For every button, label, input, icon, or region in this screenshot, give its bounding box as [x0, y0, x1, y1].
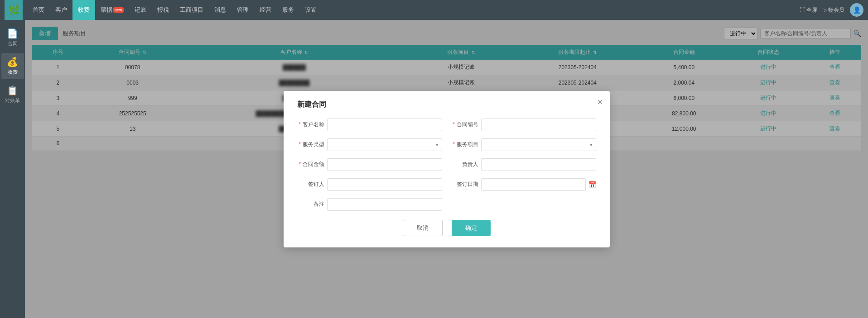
statement-icon: 📋	[7, 85, 18, 96]
member-button[interactable]: ▷ 畅会员	[823, 6, 844, 14]
avatar[interactable]: 👤	[850, 3, 863, 17]
person-input[interactable]	[481, 158, 596, 171]
nav-item-manage[interactable]: 管理	[231, 0, 254, 20]
charge-icon: 💰	[7, 57, 18, 67]
top-nav: 🌿 首页 客户 收费 票据 new 记账 报税 工商项目 消息 管理 经营 服务…	[0, 0, 868, 20]
form-row-3: * 合同金额 0.00 负责人	[297, 158, 596, 171]
contract-icon: 📄	[7, 28, 18, 39]
nav-item-charge[interactable]: 收费	[72, 0, 95, 20]
modal-close-button[interactable]: ✕	[597, 98, 603, 106]
sign-date-input[interactable]: 2023-06-06	[481, 178, 586, 191]
form-group-contract-no: * 合同编号	[451, 119, 596, 131]
signer-input[interactable]	[327, 178, 442, 191]
nav-item-settings[interactable]: 设置	[299, 0, 322, 20]
sidebar-item-charge[interactable]: 💰 收费	[1, 53, 24, 79]
sidebar-item-statement[interactable]: 📋 对账单	[1, 81, 24, 108]
service-type-select-wrapper	[327, 138, 442, 151]
top-nav-right: ⛶ 全屏 ▷ 畅会员 👤	[800, 3, 863, 17]
logo-icon: 🌿	[8, 5, 19, 15]
sidebar-item-contract[interactable]: 📄 合同	[1, 24, 24, 51]
nav-item-message[interactable]: 消息	[209, 0, 231, 20]
modal-overlay: ✕ 新建合同 * 客户名称 * 合同编号	[25, 20, 868, 318]
form-group-notes: 备注	[297, 198, 442, 211]
person-label: 负责人	[451, 161, 478, 168]
new-badge: new	[113, 7, 124, 13]
service-type-select[interactable]	[327, 138, 442, 151]
nav-item-customer[interactable]: 客户	[50, 0, 72, 20]
form-row-1: * 客户名称 * 合同编号	[297, 119, 596, 131]
logo: 🌿	[5, 0, 23, 20]
amount-input[interactable]: 0.00	[327, 158, 442, 171]
nav-item-operation[interactable]: 经营	[254, 0, 277, 20]
cancel-button[interactable]: 取消	[403, 220, 443, 236]
service-item-select[interactable]	[481, 138, 596, 151]
nav-item-invoice[interactable]: 票据 new	[95, 0, 129, 20]
nav-item-service[interactable]: 服务	[277, 0, 299, 20]
sidebar-charge-label: 收费	[8, 69, 18, 76]
sign-date-label: 签订日期	[451, 180, 478, 188]
form-group-person: 负责人	[451, 158, 596, 171]
nav-item-tax[interactable]: 报税	[152, 0, 174, 20]
play-icon: ▷	[823, 7, 827, 13]
form-group-service-type: * 服务类型	[297, 138, 442, 151]
form-group-signer: 签订人	[297, 178, 442, 191]
fullscreen-button[interactable]: ⛶ 全屏	[800, 6, 817, 14]
sidebar-contract-label: 合同	[8, 40, 18, 47]
member-label: 畅会员	[828, 6, 844, 14]
form-group-customer: * 客户名称	[297, 119, 442, 131]
fullscreen-icon: ⛶	[800, 7, 805, 13]
form-row-5: 备注	[297, 198, 596, 211]
main-content: 新增 服务项目 进行中 已完成 已终止 🔍 序号 合同编号 ⇅ 客户名称 ⇅ 服…	[25, 20, 868, 318]
notes-label: 备注	[297, 200, 324, 208]
service-item-label: * 服务项目	[451, 141, 478, 148]
form-row-2: * 服务类型 * 服务项目	[297, 138, 596, 151]
nav-item-home[interactable]: 首页	[27, 0, 50, 20]
form-group-empty	[451, 198, 596, 211]
sidebar-statement-label: 对账单	[5, 97, 20, 104]
notes-input[interactable]	[327, 198, 442, 211]
modal-footer: 取消 确定	[297, 220, 596, 236]
form-group-amount: * 合同金额 0.00	[297, 158, 442, 171]
calendar-icon[interactable]: 📅	[588, 181, 596, 188]
service-item-select-wrapper	[481, 138, 596, 151]
contract-no-label: * 合同编号	[451, 121, 478, 128]
layout: 📄 合同 💰 收费 📋 对账单 新增 服务项目 进行中 已完成 已终止 🔍	[0, 20, 868, 318]
sidebar: 📄 合同 💰 收费 📋 对账单	[0, 20, 25, 318]
form-group-service-item: * 服务项目	[451, 138, 596, 151]
customer-name-input[interactable]	[327, 119, 442, 131]
modal-title: 新建合同	[297, 100, 596, 109]
form-group-sign-date: 签订日期 2023-06-06 📅	[451, 178, 596, 191]
service-type-label: * 服务类型	[297, 141, 324, 148]
confirm-button[interactable]: 确定	[452, 220, 491, 236]
amount-label: * 合同金额	[297, 161, 324, 168]
customer-name-label: * 客户名称	[297, 121, 324, 128]
nav-item-bookkeeping[interactable]: 记账	[129, 0, 152, 20]
form-row-4: 签订人 签订日期 2023-06-06 📅	[297, 178, 596, 191]
new-contract-modal: ✕ 新建合同 * 客户名称 * 合同编号	[284, 91, 610, 247]
signer-label: 签订人	[297, 180, 324, 188]
nav-item-bizproject[interactable]: 工商项目	[174, 0, 209, 20]
contract-no-input[interactable]	[481, 119, 596, 131]
fullscreen-label: 全屏	[806, 6, 817, 14]
